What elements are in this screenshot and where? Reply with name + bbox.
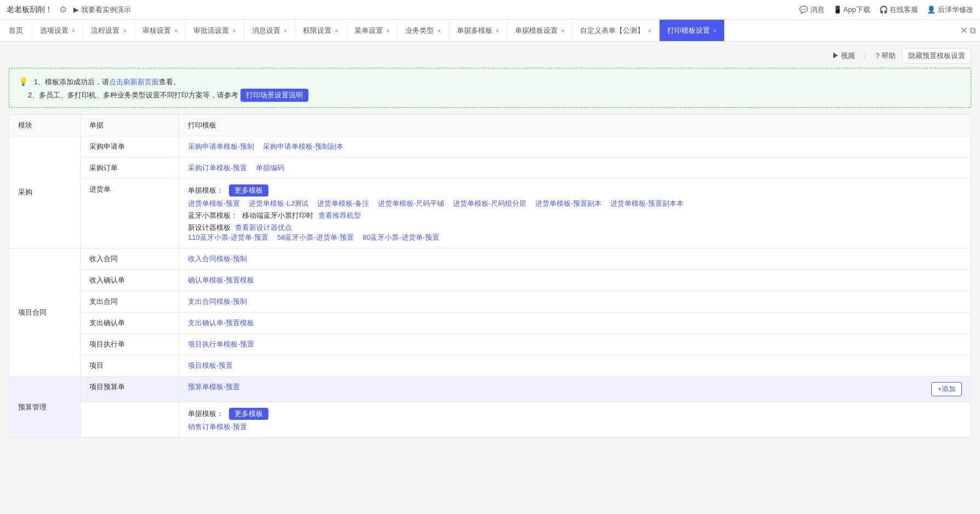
template-link[interactable]: 项目模板-预置 [188, 361, 233, 369]
tab-menu-settings[interactable]: 菜单设置 × [347, 20, 398, 42]
template-link[interactable]: 支出确认单-预置模板 [188, 319, 254, 327]
tab-home[interactable]: 首页 [0, 20, 32, 42]
demo-label: 我要看实例演示 [81, 5, 131, 15]
template-link[interactable]: 支出合同模板-预制 [188, 297, 247, 305]
restore-window-icon[interactable]: ⧉ [970, 26, 976, 36]
order-cell: 采购申请单 [81, 136, 179, 158]
template-link[interactable]: 采购申请单模板-预制 [188, 142, 254, 151]
table-row: 项目合同 收入合同 收入合同模板-预制 [9, 249, 971, 270]
template-links-row: 销售订单模板-预置 [188, 422, 962, 432]
divider: ｜ [862, 51, 869, 61]
tab-permission-settings[interactable]: 权限设置 × [295, 20, 346, 42]
tab-approval-flow-settings[interactable]: 审批流设置 × [186, 20, 244, 42]
designer-label: 新设计器模板 [188, 223, 231, 232]
print-table: 模块 单据 打印模板 采购 采购申请单 采购申请单模板-预制 采购申请单模板-预… [9, 114, 971, 438]
template-cell: 采购申请单模板-预制 采购申请单模板-预制副本 [179, 136, 971, 158]
template-link[interactable]: 58蓝牙小票-进货单-预置 [277, 233, 354, 241]
template-cell: 采购订单模板-预置 单据编码 [179, 158, 971, 179]
template-link[interactable]: 110蓝牙小票-进货单-预置 [188, 233, 268, 241]
demo-button[interactable]: ▶ 我要看实例演示 [73, 5, 131, 15]
tab-message-settings[interactable]: 消息设置 × [244, 20, 295, 42]
tab-template-settings[interactable]: 单据模板设置 × [507, 20, 572, 42]
module-cell-project-contract: 项目合同 [9, 249, 81, 377]
designer-templates: 110蓝牙小票-进货单-预置 58蓝牙小票-进货单-预置 80蓝牙小票-进货单-… [188, 233, 962, 242]
close-window-icon[interactable]: ✕ [960, 25, 967, 36]
template-link[interactable]: 进货单模板-尺码平铺 [378, 199, 444, 207]
order-cell: 收入确认单 [81, 270, 179, 291]
tab-custom-form[interactable]: 自定义表单【公测】 × [572, 20, 659, 42]
template-link[interactable]: 进货单模板-预置副本本 [610, 199, 684, 207]
template-cell: 确认单模板-预置模板 [179, 270, 971, 291]
tab-audit-settings[interactable]: 审核设置 × [135, 20, 186, 42]
module-cell-purchase: 采购 [9, 136, 81, 249]
template-cell: 单据模板： 更多模板 进货单模板-预置 进货单模板-LJ测试 进货单模板-备注 … [179, 179, 971, 249]
template-link[interactable]: 采购申请单模板-预制副本 [263, 142, 343, 151]
tab-option-settings[interactable]: 选项设置 × [32, 20, 83, 42]
tab-print-template-settings[interactable]: 打印模板设置 × [660, 20, 725, 42]
top-bar-right: 💬 消息 📱 App下载 🎧 在线客服 👤 后泽华修改 [799, 5, 973, 15]
tab-business-type[interactable]: 业务类型 × [398, 20, 449, 42]
hide-preview-button[interactable]: 隐藏预置模板设置 [902, 48, 971, 63]
designer-section: 新设计器模板 查看新设计器优点 [188, 223, 962, 233]
template-link[interactable]: 收入合同模板-预制 [188, 255, 247, 263]
add-button[interactable]: +添加 [931, 382, 962, 396]
template-link[interactable]: 销售订单模板-预置 [188, 423, 247, 431]
video-link[interactable]: ▶ 视频 [832, 51, 856, 61]
order-cell: 收入合同 [81, 249, 179, 270]
order-cell: 进货单 [81, 179, 179, 249]
app-download-button[interactable]: 📱 App下载 [833, 5, 870, 15]
order-cell: 采购订单 [81, 158, 179, 179]
template-link[interactable]: 80蓝牙小票-进货单-预置 [363, 233, 439, 241]
order-cell: 项目预算单 [81, 377, 179, 402]
single-record-label: 单据模板： [188, 409, 223, 418]
app-title: 老老板刮削！ [7, 5, 53, 15]
gear-icon[interactable]: ⚙ [59, 4, 67, 15]
template-link[interactable]: 预算单模板-预置 [188, 383, 240, 391]
tab-close-icon[interactable]: × [713, 27, 717, 34]
tab-close-icon[interactable]: × [496, 27, 499, 34]
more-templates-button[interactable]: 更多模板 [229, 184, 268, 197]
info-box: 💡 1、模板添加成功后，请点击刷新新页面查看。 2、多员工、多打印机、多种业务类… [9, 68, 971, 108]
tab-bar-end: ✕ ⧉ [956, 25, 980, 36]
table-row: 单据模板： 更多模板 销售订单模板-预置 [9, 402, 971, 438]
refresh-link[interactable]: 点击刷新新页面 [109, 78, 159, 86]
tab-close-icon[interactable]: × [284, 27, 287, 34]
more-templates-button[interactable]: 更多模板 [229, 408, 268, 420]
online-service-button[interactable]: 🎧 在线客服 [879, 5, 919, 15]
print-scene-button[interactable]: 打印场景设置说明 [240, 89, 308, 102]
single-record-label: 单据模板： [188, 186, 223, 194]
template-link[interactable]: 项目执行单模板-预置 [188, 340, 254, 348]
template-cell: 预算单模板-预置 +添加 [179, 377, 971, 402]
template-link[interactable]: 进货单模板-预置副本 [535, 199, 601, 207]
single-record-row: 单据模板： 更多模板 [188, 184, 962, 197]
table-row: 进货单 单据模板： 更多模板 进货单模板-预置 进货单模板-LJ测试 进货单模板… [9, 179, 971, 249]
template-link[interactable]: 确认单模板-预置模板 [188, 276, 254, 284]
tab-multi-template[interactable]: 单据多模板 × [449, 20, 507, 42]
template-link[interactable]: 进货单模板-备注 [317, 199, 369, 207]
tab-close-icon[interactable]: × [647, 27, 651, 34]
template-link[interactable]: 采购订单模板-预置 [188, 164, 247, 172]
tab-close-icon[interactable]: × [123, 27, 126, 34]
user-button[interactable]: 👤 后泽华修改 [927, 5, 973, 15]
tab-close-icon[interactable]: × [386, 27, 389, 34]
order-cell: 项目执行单 [81, 334, 179, 355]
header-module: 模块 [9, 115, 81, 136]
bluetooth-section: 蓝牙小票模板： 移动端蓝牙小票打印时 查看推荐机型 [188, 211, 962, 221]
order-cell: 支出确认单 [81, 313, 179, 334]
tab-close-icon[interactable]: × [335, 27, 338, 34]
template-link[interactable]: 进货单模板-预置 [188, 199, 240, 207]
template-link[interactable]: 单据编码 [256, 164, 284, 172]
bt-recommend-link[interactable]: 查看推荐机型 [318, 211, 361, 220]
tab-process-settings[interactable]: 流程设置 × [83, 20, 134, 42]
designer-link[interactable]: 查看新设计器优点 [235, 223, 292, 232]
template-cell: 支出确认单-预置模板 [179, 313, 971, 334]
template-link[interactable]: 进货单模板-尺码组分层 [453, 199, 526, 207]
template-link[interactable]: 进货单模板-LJ测试 [249, 199, 308, 207]
message-button[interactable]: 💬 消息 [799, 5, 824, 15]
tab-close-icon[interactable]: × [232, 27, 236, 34]
tab-close-icon[interactable]: × [174, 27, 177, 34]
tab-close-icon[interactable]: × [561, 27, 564, 34]
help-link[interactable]: ? 帮助 [875, 51, 896, 61]
tab-close-icon[interactable]: × [437, 27, 440, 34]
tab-close-icon[interactable]: × [72, 27, 75, 34]
